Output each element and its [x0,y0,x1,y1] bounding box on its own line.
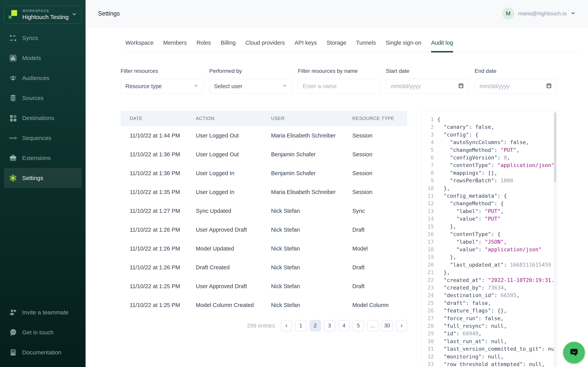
resource-type-dropdown[interactable]: Resource type [121,79,203,94]
tab-members[interactable]: Members [163,40,187,52]
start-date-input[interactable]: mm/dd/yyyy [386,79,469,94]
line-number: 24 [426,292,434,299]
tab-workspace[interactable]: Workspace [125,40,154,52]
tab-roles[interactable]: Roles [196,40,211,52]
line-number: 8 [426,169,434,177]
table-row[interactable]: 11/10/22 at 1:25 PMUser Approved DraftNi… [121,277,407,296]
scrollbar[interactable] [553,111,557,367]
code-text: }, [437,253,554,261]
tab-cloud-providers[interactable]: Cloud providers [245,40,285,52]
table-cell: 11/10/22 at 1:25 PM [130,302,196,308]
calendar-icon [546,83,552,90]
prev-page-button[interactable]: ‹ [281,320,292,331]
intercom-chat-button[interactable] [563,342,585,364]
table-cell: User Approved Draft [196,227,271,233]
code-line: 26 "feature_flags": {}, [426,307,554,314]
table-header-row: DATEACTIONUSERRESOURCE TYPE [121,111,407,126]
table-cell: Nick Stefan [271,245,352,252]
chat-smile-icon [568,347,580,359]
code-line: 29 "id": 60949, [426,330,554,337]
resource-name-input[interactable] [298,79,380,94]
page-button-3[interactable]: 3 [324,320,335,331]
table-row[interactable]: 11/10/22 at 1:36 PMUser Logged OutBenjam… [121,145,407,164]
table-row[interactable]: 11/10/22 at 1:27 PMSync UpdatedNick Stef… [121,201,407,220]
table-row[interactable]: 11/10/22 at 1:26 PMModel UpdatedNick Ste… [121,239,407,258]
filter-performed-by: Performed bySelect user [209,68,292,94]
code-line: 4 "autoSyncColumns": false, [426,138,554,146]
code-line: 30 "last_run_at": null, [426,337,554,345]
line-number: 21 [426,268,434,276]
table-cell: Draft [352,227,416,233]
sidebar-item-syncs[interactable]: Syncs [4,28,82,48]
line-number: 12 [426,200,434,207]
table-cell: Nick Stefan [271,264,352,271]
table-cell: User Logged In [196,170,271,176]
tab-single-sign-on[interactable]: Single sign-on [386,40,421,52]
code-line: 23 "created_by": 73634, [426,284,554,292]
column-header: DATE [130,116,196,121]
code-text: "changeMethod": { [437,200,554,207]
destinations-icon [9,114,17,123]
page-button-2[interactable]: 2 [310,320,321,331]
performed-by-dropdown[interactable]: Select user [209,79,292,94]
code-text: "created_at": "2022-11-10T20:19:31. [437,276,554,284]
table-row[interactable]: 11/10/22 at 1:35 PMUser Logged InMaria E… [121,183,407,201]
sidebar-item-extensions[interactable]: Extensions [4,148,82,168]
content-area: WorkspaceMembersRolesBillingCloud provid… [86,27,588,367]
page-button-5[interactable]: 5 [353,320,364,331]
sidebar-item-invite[interactable]: Invite a teammate [4,302,82,322]
workspace-selector[interactable]: WORKSPACE Hightouch Testing [4,5,82,24]
sidebar-item-destinations[interactable]: Destinations [4,108,82,128]
table-row[interactable]: 11/10/22 at 1:36 PMUser Logged InBenjami… [121,164,407,183]
page-button-30[interactable]: 30 [381,320,393,331]
sidebar-item-docs[interactable]: Documentation [4,342,82,362]
column-header: USER [271,116,352,121]
filter-label: End date [475,68,557,74]
tab-billing[interactable]: Billing [221,40,236,52]
next-page-button[interactable]: › [396,320,407,331]
sidebar-item-models[interactable]: Models [4,48,82,68]
page-button-4[interactable]: 4 [338,320,350,331]
end-date-input[interactable]: mm/dd/yyyy [475,79,557,94]
page-button-1[interactable]: 1 [295,320,306,331]
line-number: 23 [426,284,434,292]
tab-audit-log[interactable]: Audit log [431,40,453,52]
sidebar-item-sequences[interactable]: Sequences [4,128,82,148]
code-line: 16 "contentType": { [426,230,554,238]
sidebar-item-audiences[interactable]: Audiences [4,68,82,88]
table-cell: User Logged Out [196,133,271,139]
code-line: 28 "full_resync": null, [426,322,554,330]
code-line: 7 "contentType": "application/json", [426,161,554,169]
scrollbar-thumb[interactable] [554,112,556,182]
filter-label: Filter resources by name [298,68,380,74]
syncs-icon [9,33,17,42]
table-row[interactable]: 11/10/22 at 1:26 PMUser Approved DraftNi… [121,220,407,239]
tab-api-keys[interactable]: API keys [294,40,317,52]
code-text: "full_resync": null, [437,322,554,330]
user-menu[interactable]: M maria@hightouch.io [502,8,576,20]
table-row[interactable]: 11/10/22 at 1:26 PMDraft CreatedNick Ste… [121,258,407,277]
sidebar-item-settings[interactable]: Settings [4,168,82,188]
code-text: "value": "PUT" [437,215,554,223]
tab-tunnels[interactable]: Tunnels [356,40,376,52]
table-row[interactable]: 11/10/22 at 1:44 PMUser Logged OutMaria … [121,126,407,145]
table-cell: Model Updated [196,245,271,252]
table-cell: Sync Updated [196,208,271,214]
code-text: "monitoring": null, [437,353,554,360]
sidebar-item-label: Models [22,55,41,61]
line-number: 16 [426,230,434,238]
sidebar-item-touch[interactable]: Get in touch [4,322,82,342]
table-cell: 11/10/22 at 1:35 PM [130,189,196,195]
ellipsis-button[interactable]: … [367,320,378,331]
code-text: "contentType": "application/json", [437,161,554,169]
code-text: "configVersion": 0, [437,154,554,161]
line-number: 26 [426,307,434,314]
line-number: 18 [426,246,434,253]
name-filter-input[interactable] [303,83,375,90]
tab-storage[interactable]: Storage [327,40,346,52]
sidebar-item-label: Sequences [22,135,51,141]
code-line: 1{ [426,116,554,123]
table-row[interactable]: 11/10/22 at 1:25 PMModel Column CreatedN… [121,296,407,315]
sidebar-item-sources[interactable]: Sources [4,88,82,108]
table-cell: Session [352,133,416,139]
